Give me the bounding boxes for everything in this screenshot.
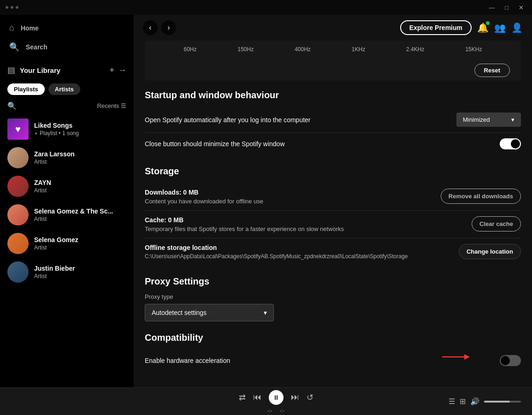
player-controls: ⇄ ⏮ ⏸ ⏭ ↺ [239, 390, 313, 405]
list-item[interactable]: ♥ Liked Songs ✦ Playlist • 1 song [0, 115, 134, 143]
topbar: ‹ › Explore Premium 🔔 👥 👤 [134, 15, 532, 41]
cache-row: Cache: 0 MB Temporary files that Spotify… [145, 216, 521, 232]
eq-band-2-4khz: 2.4KHz [406, 46, 424, 53]
library-actions: + → [109, 65, 126, 75]
volume-bar[interactable] [484, 401, 521, 403]
expand-library-button[interactable]: → [118, 65, 126, 75]
liked-songs-name: Liked Songs [34, 122, 79, 129]
player-bar: ⇄ ⏮ ⏸ ⏭ ↺ -:- -:- ☰ ⊞ 🔊 [0, 387, 532, 415]
maximize-button[interactable]: □ [502, 3, 511, 12]
offline-storage-item: Offline storage location C:\Users\user\A… [145, 238, 521, 265]
offline-storage-label: Offline storage location [145, 244, 408, 251]
zayn-sub: Artist [34, 187, 51, 194]
list-item[interactable]: Selena Gomez & The Sc... Artist [0, 201, 134, 229]
eq-band-1khz: 1KHz [352, 46, 365, 53]
previous-button[interactable]: ⏮ [253, 392, 261, 402]
liked-songs-avatar: ♥ [7, 119, 29, 140]
list-item[interactable]: Justin Bieber Artist [0, 258, 134, 286]
eq-band-60hz: 60Hz [183, 46, 196, 53]
green-dot-icon: ✦ [34, 131, 38, 136]
change-location-button[interactable]: Change location [459, 244, 521, 259]
list-item[interactable]: Selena Gomez Artist [0, 229, 134, 258]
zara-larsson-avatar [7, 147, 29, 168]
artists-filter-button[interactable]: Artists [48, 83, 80, 95]
proxy-section-title: Proxy Settings [145, 276, 521, 287]
sidebar: ⌂ Home 🔍 Search ▤ Your Library + → Playl… [0, 15, 134, 387]
titlebar-dot [11, 6, 13, 9]
player-right: ☰ ⊞ 🔊 [449, 397, 521, 406]
main-layout: ⌂ Home 🔍 Search ▤ Your Library + → Playl… [0, 15, 532, 387]
shuffle-button[interactable]: ⇄ [239, 392, 246, 403]
content-area: ‹ › Explore Premium 🔔 👥 👤 60Hz 150Hz 400… [134, 15, 532, 387]
auto-start-dropdown[interactable]: Minimized ▾ [456, 113, 521, 127]
hardware-accel-toggle[interactable] [500, 355, 521, 366]
current-time: -:- [267, 408, 272, 413]
auto-start-setting: Open Spotify automatically after you log… [145, 107, 521, 133]
recents-label[interactable]: Recents ☰ [97, 102, 126, 109]
proxy-section: Proxy Settings Proxy type Autodetect set… [145, 276, 521, 321]
queue-icon[interactable]: ☰ [449, 397, 455, 406]
sidebar-home-label: Home [21, 24, 39, 32]
repeat-button[interactable]: ↺ [307, 392, 313, 403]
close-button-setting: Close button should minimize the Spotify… [145, 133, 521, 155]
notifications-icon[interactable]: 🔔 [477, 22, 489, 33]
storage-section: Storage Downloads: 0 MB Content you have… [145, 166, 521, 265]
library-header[interactable]: ▤ Your Library + → [0, 60, 134, 80]
offline-storage-path: C:\Users\user\AppData\Local\Packages\Spo… [145, 253, 408, 260]
add-library-button[interactable]: + [109, 65, 114, 75]
selena-gomez-sub: Artist [34, 244, 78, 251]
offline-storage-row: Offline storage location C:\Users\user\A… [145, 244, 521, 260]
close-button-toggle[interactable] [500, 138, 521, 149]
selena-gomez-avatar [7, 233, 29, 254]
zayn-avatar [7, 176, 29, 197]
startup-section-title: Startup and window behaviour [145, 90, 521, 101]
liked-songs-info: Liked Songs ✦ Playlist • 1 song [34, 122, 79, 136]
equalizer-reset-button[interactable]: Reset [474, 64, 510, 77]
sidebar-item-search[interactable]: 🔍 Search [0, 37, 134, 57]
minimize-button[interactable]: — [486, 3, 497, 12]
red-arrow-icon [442, 353, 470, 361]
zara-larsson-name: Zara Larsson [34, 150, 75, 158]
player-progress: -:- -:- [267, 408, 284, 413]
selena-sc-avatar [7, 204, 29, 225]
proxy-type-dropdown[interactable]: Autodetect settings ▾ [145, 304, 274, 321]
zayn-name: ZAYN [34, 179, 51, 186]
arrow-indicator [442, 353, 470, 361]
remove-downloads-button[interactable]: Remove all downloads [441, 189, 521, 204]
list-item[interactable]: ZAYN Artist [0, 172, 134, 201]
downloads-desc: Content you have downloaded for offline … [145, 198, 263, 205]
friends-icon[interactable]: 👥 [494, 22, 506, 33]
forward-button[interactable]: › [161, 20, 176, 35]
titlebar-dot [16, 6, 18, 9]
devices-icon[interactable]: ⊞ [460, 397, 466, 406]
titlebar-controls: — □ ✕ [486, 3, 526, 12]
selena-gomez-info: Selena Gomez Artist [34, 236, 78, 251]
playlists-filter-button[interactable]: Playlists [7, 83, 45, 95]
close-button[interactable]: ✕ [516, 3, 526, 12]
next-button[interactable]: ⏭ [291, 392, 299, 402]
topbar-actions: Explore Premium 🔔 👥 👤 [400, 20, 523, 35]
sidebar-item-home[interactable]: ⌂ Home [0, 18, 134, 37]
titlebar-dot [6, 6, 8, 9]
play-pause-button[interactable]: ⏸ [269, 390, 284, 405]
svg-marker-1 [464, 354, 470, 360]
eq-band-400hz: 400Hz [295, 46, 311, 53]
list-item[interactable]: Zara Larsson Artist [0, 143, 134, 172]
zara-larsson-info: Zara Larsson Artist [34, 150, 75, 165]
equalizer-row: 60Hz 150Hz 400Hz 1KHz 2.4KHz 15KHz [145, 41, 521, 60]
volume-icon[interactable]: 🔊 [470, 397, 479, 406]
library-search-icon[interactable]: 🔍 [7, 101, 17, 110]
justin-bieber-avatar [7, 261, 29, 283]
sidebar-search-label: Search [26, 43, 47, 51]
back-button[interactable]: ‹ [143, 20, 158, 35]
explore-premium-button[interactable]: Explore Premium [400, 20, 472, 35]
total-time: -:- [280, 408, 284, 413]
clear-cache-button[interactable]: Clear cache [472, 216, 521, 231]
justin-bieber-sub: Artist [34, 273, 75, 279]
notification-dot [486, 21, 490, 25]
profile-icon[interactable]: 👤 [511, 22, 523, 33]
selena-sc-sub: Artist [34, 216, 113, 222]
auto-start-label: Open Spotify automatically after you log… [145, 116, 311, 124]
zayn-info: ZAYN Artist [34, 179, 51, 194]
library-label: Your Library [20, 66, 109, 74]
